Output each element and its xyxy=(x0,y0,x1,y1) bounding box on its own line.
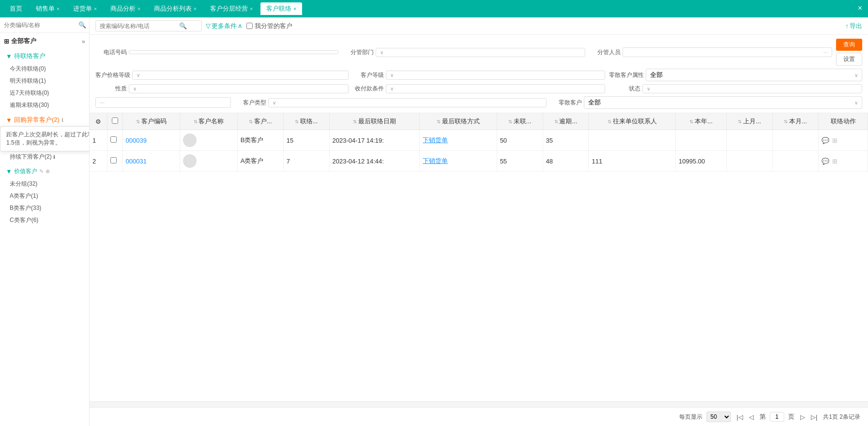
sidebar-item-today[interactable]: 今天待联络(0) xyxy=(0,63,89,75)
row-last-contact-method[interactable]: 下销货单 xyxy=(420,151,497,172)
action-grid-icon-2[interactable]: ⊞ xyxy=(832,158,838,165)
sidebar-item-overdue[interactable]: 逾期未联络(30) xyxy=(0,99,89,111)
my-customers-checkbox[interactable]: 我分管的客户 xyxy=(246,22,292,30)
col-code[interactable]: 客户编码 xyxy=(122,113,180,130)
nav-product-analysis-list[interactable]: 商品分析列表 × xyxy=(148,2,202,15)
col-this-month[interactable]: 本月... xyxy=(773,113,819,130)
sidebar-item-ungrouped[interactable]: 未分组(32) xyxy=(0,178,89,190)
page-input[interactable] xyxy=(770,412,784,422)
sidebar-search-input[interactable] xyxy=(4,22,76,29)
col-unlisted[interactable]: 未联... xyxy=(497,113,543,130)
triangle-icon-3: ▼ xyxy=(6,168,12,175)
action-grid-icon[interactable]: ⊞ xyxy=(832,137,838,144)
row-checkbox-2[interactable] xyxy=(110,157,117,163)
sidebar-item-b-class[interactable]: B类客户(33) xyxy=(0,202,89,214)
nav-customer-tier[interactable]: 客户分层经营 × xyxy=(204,2,259,15)
col-checkbox[interactable] xyxy=(107,113,122,130)
edit-icon[interactable]: ✎ xyxy=(39,168,44,175)
customer-type-label: 客户类型 xyxy=(235,99,266,107)
row-unit-contact: 111 xyxy=(589,151,676,172)
col-actions: 联络动作 xyxy=(819,113,868,130)
nav-product-analysis[interactable]: 商品分析 × xyxy=(105,2,146,15)
advanced-filters: 电话号码 分管部门 ∨ 分管人员 ··· 查询 设置 xyxy=(90,35,868,113)
row-last-contact-method[interactable]: 下销货单 xyxy=(420,130,497,151)
window-close-button[interactable]: × xyxy=(858,4,862,13)
row-checkbox-1[interactable] xyxy=(110,136,117,143)
nav-customer-contact[interactable]: 客户联络 × xyxy=(260,2,302,15)
gender-input[interactable]: ∨ xyxy=(129,84,349,93)
sidebar-item-7days[interactable]: 近7天待联络(0) xyxy=(0,87,89,99)
action-chat-icon-2[interactable]: 💬 xyxy=(822,158,829,165)
col-contact-count[interactable]: 联络... xyxy=(283,113,329,130)
prev-page-btn[interactable]: ◁ xyxy=(747,412,756,422)
phone-label: 电话号码 xyxy=(95,48,127,57)
action-chat-icon[interactable]: 💬 xyxy=(822,137,829,144)
manager-input[interactable]: ··· xyxy=(623,47,832,57)
sidebar-item-c-class[interactable]: C类客户(6) xyxy=(0,214,89,226)
query-button[interactable]: 查询 xyxy=(836,39,862,51)
search-box[interactable]: 🔍 xyxy=(95,20,202,31)
retail-attr-filter: 零散客户属性 全部 ∨ xyxy=(609,69,862,81)
payment-input[interactable]: ∨ xyxy=(386,84,606,93)
first-page-btn[interactable]: |◁ xyxy=(735,412,745,422)
row-code[interactable]: 000039 xyxy=(122,130,180,151)
my-customers-check[interactable] xyxy=(246,23,253,29)
dept-input[interactable]: ∨ xyxy=(376,48,585,57)
col-name[interactable]: 客户名称 xyxy=(180,113,238,130)
sidebar-item-a-class[interactable]: A类客户(1) xyxy=(0,190,89,202)
phone-input[interactable] xyxy=(129,50,338,54)
sidebar-section-pending-title[interactable]: ▼ 待联络客户 xyxy=(0,49,89,63)
customer-level-filter: 客户等级 ∨ xyxy=(352,71,606,80)
retail-customer-input[interactable]: 全部 ∨ xyxy=(584,96,862,109)
more-conditions-btn[interactable]: ▽ 更多条件 ∧ xyxy=(206,22,243,30)
horizontal-scrollbar[interactable] xyxy=(90,401,868,407)
row-num: 1 xyxy=(90,130,107,151)
select-all-checkbox[interactable] xyxy=(112,118,118,124)
customer-level-input[interactable]: ∨ xyxy=(386,71,606,80)
col-settings[interactable]: ⚙ xyxy=(90,113,107,130)
nav-home[interactable]: 首页 xyxy=(4,2,28,15)
col-last-contact-date[interactable]: 最后联络日期 xyxy=(329,113,420,130)
sidebar-item-tomorrow[interactable]: 明天待联络(1) xyxy=(0,75,89,87)
row-check[interactable] xyxy=(107,151,122,172)
retail-attr-input[interactable]: 全部 ∨ xyxy=(646,69,862,81)
status-input[interactable]: ∨ xyxy=(642,84,862,93)
col-last-month[interactable]: 上月... xyxy=(727,113,773,130)
filter-row-4: ··· 客户类型 ∨ 零散客户 全部 ∨ xyxy=(95,96,862,109)
customer-type-input[interactable]: ∨ xyxy=(268,98,547,107)
last-page-btn[interactable]: ▷| xyxy=(809,412,819,422)
sidebar-all-customers[interactable]: ⊞ 全部客户 » xyxy=(0,33,89,49)
col-unit-contact[interactable]: 往来单位联系人 xyxy=(589,113,676,130)
col-this-year[interactable]: 本年... xyxy=(676,113,727,130)
col-overdue[interactable]: 逾期... xyxy=(543,113,589,130)
search-input[interactable] xyxy=(100,23,177,29)
more-input[interactable]: ··· xyxy=(95,97,231,108)
row-name[interactable] xyxy=(180,130,238,151)
row-name[interactable] xyxy=(180,151,238,172)
page-navigation: |◁ ◁ 第 页 ▷ ▷| xyxy=(735,411,820,422)
add-icon[interactable]: ⊕ xyxy=(46,168,50,175)
price-level-input[interactable]: ∨ xyxy=(132,71,349,80)
row-check[interactable] xyxy=(107,130,122,151)
next-page-btn[interactable]: ▷ xyxy=(798,412,807,422)
col-last-contact-method[interactable]: 最后联络方式 xyxy=(420,113,497,130)
nav-sales[interactable]: 销售单 × xyxy=(30,2,65,15)
per-page-select[interactable]: 50 100 200 xyxy=(706,411,731,422)
sidebar-section-repurchase-title[interactable]: ▼ 回购异常客户(2) ℹ xyxy=(0,113,89,127)
sidebar-search-bar[interactable]: 🔍 xyxy=(0,17,89,33)
col-customer-type[interactable]: 客户... xyxy=(237,113,283,130)
sidebar-item-declining[interactable]: 持续下滑客户(2) ℹ xyxy=(0,151,89,163)
sidebar-search-icon[interactable]: 🔍 xyxy=(78,21,86,29)
row-code[interactable]: 000031 xyxy=(122,151,180,172)
nav-purchase[interactable]: 进货单 × xyxy=(67,2,103,15)
sidebar-section-value-title[interactable]: ▼ 价值客户 ✎ ⊕ xyxy=(0,165,89,178)
sidebar-collapse-btn[interactable]: » xyxy=(82,38,85,45)
setting-button[interactable]: 设置 xyxy=(836,53,862,66)
info-icon-4[interactable]: ℹ xyxy=(53,154,55,160)
content-area: 🔍 ▽ 更多条件 ∧ 我分管的客户 ↑ 导出 电话号码 xyxy=(90,17,868,426)
export-btn[interactable]: ↑ 导出 xyxy=(846,22,863,30)
search-icon[interactable]: 🔍 xyxy=(179,22,187,29)
info-icon[interactable]: ℹ xyxy=(61,117,63,123)
row-this-month xyxy=(773,151,819,172)
payment-label: 收付款条件 xyxy=(352,85,384,93)
